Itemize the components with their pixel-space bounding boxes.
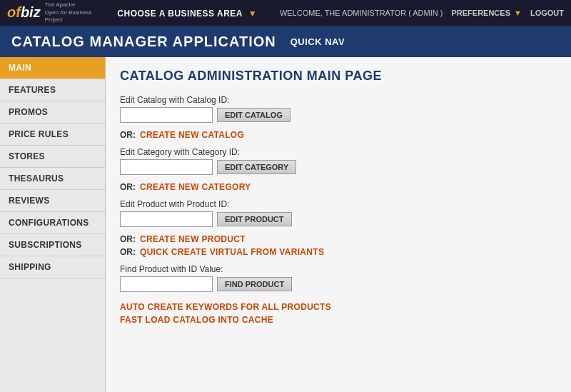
choose-business-arrow: ▼ (246, 9, 257, 19)
welcome-text: WELCOME, THE ADMINISTRATOR ( ADMIN ) (280, 9, 443, 17)
auto-keywords-link[interactable]: AUTO CREATE KEYWORDS FOR ALL PRODUCTS (120, 302, 557, 312)
or-label-2: OR: (120, 182, 136, 192)
product-id-input[interactable] (120, 211, 213, 227)
quick-nav-link[interactable]: QUICK NAV (290, 36, 345, 47)
or-label-1: OR: (120, 130, 136, 140)
page-title: CATALOG ADMINISTRATION MAIN PAGE (120, 69, 557, 84)
preferences-label: PREFERENCES (451, 9, 510, 17)
app-title: CATALOG MANAGER APPLICATION (11, 34, 276, 50)
sidebar-item-main[interactable]: MAIN (0, 57, 105, 79)
choose-business-area: CHOOSE A BUSINESS AREA ▼ (95, 8, 280, 19)
preferences-button[interactable]: PREFERENCES ▼ (451, 9, 521, 17)
choose-business-button[interactable]: CHOOSE A BUSINESS AREA ▼ (117, 9, 257, 19)
logo: ofbiz (7, 4, 41, 21)
create-catalog-or-row: OR: CREATE NEW CATALOG (120, 130, 557, 140)
action-links: AUTO CREATE KEYWORDS FOR ALL PRODUCTS FA… (120, 302, 557, 325)
find-product-section: Find Product with ID Value: FIND PRODUCT (120, 264, 557, 292)
logo-subtitle: The ApacheOpen for Business Project (45, 1, 95, 24)
edit-product-label: Edit Product with Product ID: (120, 199, 557, 209)
edit-category-section: Edit Category with Category ID: EDIT CAT… (120, 147, 557, 175)
edit-product-button[interactable]: EDIT PRODUCT (217, 212, 292, 226)
quick-create-link[interactable]: QUICK CREATE VIRTUAL FROM VARIANTS (140, 247, 324, 257)
create-catalog-link[interactable]: CREATE NEW CATALOG (140, 130, 244, 140)
find-product-button[interactable]: FIND PRODUCT (217, 277, 292, 291)
edit-catalog-form: EDIT CATALOG (120, 107, 557, 123)
edit-category-label: Edit Category with Category ID: (120, 147, 557, 157)
create-product-or-row: OR: CREATE NEW PRODUCT (120, 234, 557, 244)
find-product-input[interactable] (120, 276, 213, 292)
sidebar-item-subscriptions[interactable]: SUBSCRIPTIONS (0, 234, 105, 256)
or-label-3: OR: (120, 234, 136, 244)
sidebar-item-reviews[interactable]: REVIEWS (0, 190, 105, 212)
create-category-or-row: OR: CREATE NEW CATEGORY (120, 182, 557, 192)
sidebar-item-shipping[interactable]: SHIPPING (0, 256, 105, 278)
logout-button[interactable]: LOGOUT (530, 9, 564, 17)
category-id-input[interactable] (120, 159, 213, 175)
fast-load-link[interactable]: FAST LOAD CATALOG INTO CACHE (120, 315, 557, 325)
quick-create-or-row: OR: QUICK CREATE VIRTUAL FROM VARIANTS (120, 247, 557, 257)
app-header: CATALOG MANAGER APPLICATION QUICK NAV (0, 26, 571, 57)
edit-product-form: EDIT PRODUCT (120, 211, 557, 227)
edit-catalog-section: Edit Catalog with Catalog ID: EDIT CATAL… (120, 95, 557, 123)
edit-category-button[interactable]: EDIT CATEGORY (217, 160, 296, 174)
edit-catalog-button[interactable]: EDIT CATALOG (217, 108, 290, 122)
logo-of: of (7, 4, 21, 20)
sidebar-item-thesaurus[interactable]: THESAURUS (0, 168, 105, 190)
create-category-link[interactable]: CREATE NEW CATEGORY (140, 182, 251, 192)
top-nav: ofbiz The ApacheOpen for Business Projec… (0, 0, 571, 26)
sidebar-item-stores[interactable]: STORES (0, 146, 105, 168)
choose-business-label: CHOOSE A BUSINESS AREA (117, 9, 243, 19)
sidebar-item-promos[interactable]: PROMOS (0, 101, 105, 124)
logo-biz: biz (21, 4, 41, 20)
edit-product-section: Edit Product with Product ID: EDIT PRODU… (120, 199, 557, 227)
or-label-4: OR: (120, 247, 136, 257)
sidebar-item-configurations[interactable]: CONFIGURATIONS (0, 212, 105, 234)
edit-catalog-label: Edit Catalog with Catalog ID: (120, 95, 557, 105)
edit-category-form: EDIT CATEGORY (120, 159, 557, 175)
catalog-id-input[interactable] (120, 107, 213, 123)
sidebar-item-price-rules[interactable]: PRICE RULES (0, 124, 105, 146)
logo-area: ofbiz The ApacheOpen for Business Projec… (7, 1, 95, 24)
find-product-label: Find Product with ID Value: (120, 264, 557, 274)
preferences-arrow: ▼ (512, 9, 522, 17)
right-nav: WELCOME, THE ADMINISTRATOR ( ADMIN ) PRE… (280, 9, 564, 17)
create-product-link[interactable]: CREATE NEW PRODUCT (140, 234, 246, 244)
main-content: CATALOG ADMINISTRATION MAIN PAGE Edit Ca… (106, 57, 571, 392)
sidebar: MAINFEATURESPROMOSPRICE RULESSTORESTHESA… (0, 57, 106, 392)
sidebar-item-features[interactable]: FEATURES (0, 79, 105, 101)
find-product-form: FIND PRODUCT (120, 276, 557, 292)
layout: MAINFEATURESPROMOSPRICE RULESSTORESTHESA… (0, 57, 571, 392)
